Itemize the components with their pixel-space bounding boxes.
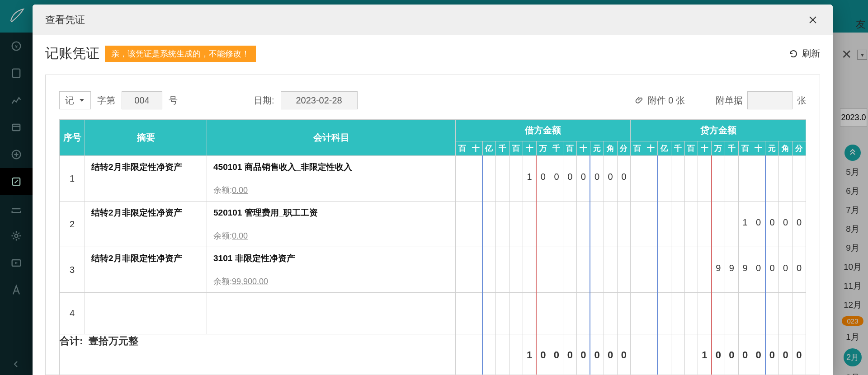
cell-account[interactable]: 450101 商品销售收入_非限定性收入余额:0.00 bbox=[207, 156, 455, 201]
credit-digit[interactable] bbox=[684, 202, 698, 247]
debit-digit[interactable] bbox=[482, 293, 496, 334]
debit-digit[interactable] bbox=[550, 293, 563, 334]
debit-digit[interactable] bbox=[563, 247, 577, 293]
credit-digit[interactable] bbox=[738, 293, 752, 334]
credit-digit[interactable] bbox=[644, 202, 658, 247]
credit-digit[interactable]: 0 bbox=[752, 247, 765, 293]
debit-digit[interactable] bbox=[456, 202, 469, 247]
credit-digit[interactable] bbox=[725, 202, 738, 247]
debit-digit[interactable] bbox=[482, 247, 496, 293]
debit-digit[interactable] bbox=[604, 202, 617, 247]
credit-digit[interactable] bbox=[671, 202, 684, 247]
voucher-type-select[interactable]: 记 bbox=[59, 91, 91, 109]
debit-digit[interactable] bbox=[604, 247, 617, 293]
debit-digit[interactable]: 0 bbox=[617, 156, 631, 202]
debit-digit[interactable] bbox=[456, 293, 469, 334]
credit-digit[interactable] bbox=[765, 156, 779, 202]
cell-abstract[interactable]: 结转2月非限定性净资产 bbox=[85, 156, 207, 178]
attach-bill-input[interactable] bbox=[747, 91, 793, 109]
debit-digit[interactable]: 0 bbox=[590, 156, 604, 202]
credit-digit[interactable] bbox=[644, 247, 658, 293]
credit-digit[interactable] bbox=[671, 293, 684, 334]
credit-digit[interactable] bbox=[698, 156, 712, 202]
credit-digit[interactable] bbox=[657, 293, 671, 334]
debit-digit[interactable] bbox=[563, 202, 577, 247]
debit-digit[interactable] bbox=[577, 202, 590, 247]
debit-digit[interactable] bbox=[536, 202, 550, 247]
cell-abstract[interactable]: 结转2月非限定性净资产 bbox=[85, 247, 207, 270]
debit-digit[interactable] bbox=[523, 293, 536, 334]
debit-digit[interactable]: 0 bbox=[550, 156, 563, 202]
credit-digit[interactable] bbox=[712, 202, 725, 247]
debit-digit[interactable] bbox=[577, 247, 590, 293]
debit-digit[interactable] bbox=[469, 293, 482, 334]
debit-digit[interactable] bbox=[590, 293, 604, 334]
credit-digit[interactable]: 9 bbox=[712, 247, 725, 293]
debit-digit[interactable] bbox=[617, 247, 631, 293]
debit-digit[interactable] bbox=[509, 202, 523, 247]
credit-digit[interactable] bbox=[684, 247, 698, 293]
refresh-button[interactable]: 刷新 bbox=[788, 47, 820, 60]
debit-digit[interactable]: 0 bbox=[604, 156, 617, 202]
credit-digit[interactable] bbox=[698, 293, 712, 334]
debit-digit[interactable] bbox=[577, 293, 590, 334]
credit-digit[interactable] bbox=[712, 293, 725, 334]
debit-digit[interactable] bbox=[550, 247, 563, 293]
credit-digit[interactable] bbox=[644, 156, 658, 202]
cell-account[interactable]: 520101 管理费用_职工工资余额:0.00 bbox=[207, 202, 455, 247]
credit-digit[interactable] bbox=[792, 293, 806, 334]
debit-digit[interactable] bbox=[563, 293, 577, 334]
credit-digit[interactable]: 0 bbox=[792, 247, 806, 293]
voucher-number-input[interactable]: 004 bbox=[122, 91, 162, 109]
cell-account[interactable]: 3101 非限定性净资产余额:99,900.00 bbox=[207, 247, 455, 292]
credit-digit[interactable] bbox=[738, 156, 752, 202]
credit-digit[interactable] bbox=[657, 247, 671, 293]
debit-digit[interactable] bbox=[509, 293, 523, 334]
debit-digit[interactable] bbox=[590, 247, 604, 293]
credit-digit[interactable] bbox=[752, 293, 765, 334]
debit-digit[interactable] bbox=[469, 247, 482, 293]
credit-digit[interactable] bbox=[671, 247, 684, 293]
debit-digit[interactable] bbox=[469, 156, 482, 202]
debit-digit[interactable] bbox=[523, 247, 536, 293]
modal-close-button[interactable] bbox=[806, 13, 820, 27]
credit-digit[interactable] bbox=[779, 293, 793, 334]
debit-digit[interactable] bbox=[617, 293, 631, 334]
debit-digit[interactable] bbox=[456, 247, 469, 293]
credit-digit[interactable] bbox=[657, 156, 671, 202]
debit-digit[interactable]: 0 bbox=[536, 156, 550, 202]
credit-digit[interactable]: 1 bbox=[738, 202, 752, 247]
debit-digit[interactable] bbox=[496, 156, 509, 202]
debit-digit[interactable] bbox=[482, 202, 496, 247]
credit-digit[interactable] bbox=[779, 156, 793, 202]
debit-digit[interactable]: 0 bbox=[563, 156, 577, 202]
debit-digit[interactable] bbox=[590, 202, 604, 247]
credit-digit[interactable] bbox=[631, 202, 644, 247]
credit-digit[interactable]: 0 bbox=[765, 247, 779, 293]
cell-abstract[interactable] bbox=[85, 293, 207, 304]
debit-digit[interactable] bbox=[496, 293, 509, 334]
debit-digit[interactable] bbox=[482, 156, 496, 202]
voucher-date-input[interactable]: 2023-02-28 bbox=[281, 91, 358, 109]
debit-digit[interactable]: 0 bbox=[577, 156, 590, 202]
credit-digit[interactable]: 9 bbox=[738, 247, 752, 293]
credit-digit[interactable] bbox=[725, 293, 738, 334]
credit-digit[interactable] bbox=[752, 156, 765, 202]
credit-digit[interactable] bbox=[684, 156, 698, 202]
credit-digit[interactable] bbox=[698, 202, 712, 247]
debit-digit[interactable] bbox=[604, 293, 617, 334]
credit-digit[interactable] bbox=[631, 156, 644, 202]
debit-digit[interactable] bbox=[509, 156, 523, 202]
debit-digit[interactable] bbox=[456, 156, 469, 202]
debit-digit[interactable] bbox=[496, 202, 509, 247]
debit-digit[interactable] bbox=[536, 293, 550, 334]
credit-digit[interactable] bbox=[725, 156, 738, 202]
debit-digit[interactable] bbox=[496, 247, 509, 293]
credit-digit[interactable] bbox=[792, 156, 806, 202]
debit-digit[interactable] bbox=[469, 202, 482, 247]
cell-abstract[interactable]: 结转2月非限定性净资产 bbox=[85, 202, 207, 224]
credit-digit[interactable] bbox=[698, 247, 712, 293]
credit-digit[interactable]: 0 bbox=[792, 202, 806, 247]
credit-digit[interactable]: 0 bbox=[779, 247, 793, 293]
credit-digit[interactable]: 0 bbox=[765, 202, 779, 247]
